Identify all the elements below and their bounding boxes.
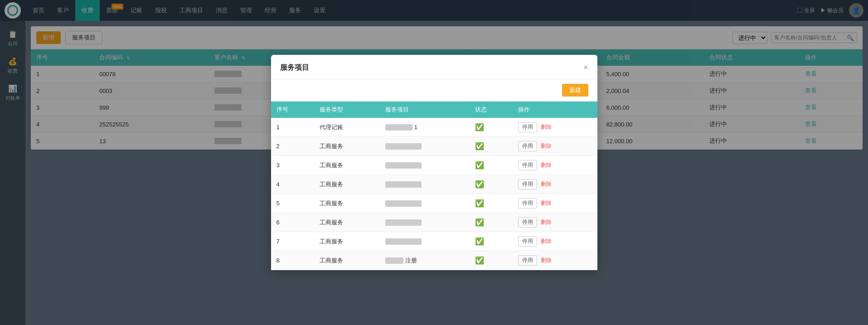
delete-button[interactable]: 删除 bbox=[541, 123, 552, 131]
modal-cell-action[interactable]: 停用 删除 bbox=[513, 118, 597, 137]
stop-button[interactable]: 停用 bbox=[518, 198, 537, 209]
delete-button[interactable]: 删除 bbox=[541, 142, 552, 150]
status-check-icon: ✅ bbox=[475, 238, 484, 245]
modal-cell-status: ✅ bbox=[470, 118, 513, 137]
stop-button[interactable]: 停用 bbox=[518, 217, 537, 228]
modal-cell-item bbox=[380, 194, 470, 213]
stop-button[interactable]: 停用 bbox=[518, 255, 537, 266]
modal-table-row: 5 工商服务 ✅ 停用 删除 bbox=[271, 194, 597, 213]
modal-cell-action[interactable]: 停用 删除 bbox=[513, 156, 597, 175]
modal-cell-seq: 4 bbox=[271, 175, 314, 194]
modal-cell-status: ✅ bbox=[470, 251, 513, 270]
modal-col-type: 服务类型 bbox=[314, 102, 380, 118]
modal-table-row: 2 工商服务 ✅ 停用 删除 bbox=[271, 137, 597, 156]
modal-cell-status: ✅ bbox=[470, 175, 513, 194]
stop-button[interactable]: 停用 bbox=[518, 141, 537, 151]
modal-cell-status: ✅ bbox=[470, 156, 513, 175]
stop-button[interactable]: 停用 bbox=[518, 160, 537, 170]
stop-button[interactable]: 停用 bbox=[518, 236, 537, 247]
delete-button[interactable]: 删除 bbox=[541, 257, 552, 264]
modal-cell-seq: 3 bbox=[271, 156, 314, 175]
modal-cell-type: 工商服务 bbox=[314, 156, 380, 175]
status-check-icon: ✅ bbox=[475, 180, 484, 188]
modal-col-seq: 序号 bbox=[271, 102, 314, 118]
modal-cell-status: ✅ bbox=[470, 213, 513, 232]
modal-cell-action[interactable]: 停用 删除 bbox=[513, 213, 597, 232]
stop-button[interactable]: 停用 bbox=[518, 122, 537, 132]
modal-toolbar: 新建 bbox=[271, 79, 597, 102]
delete-button[interactable]: 删除 bbox=[541, 199, 552, 207]
modal-cell-type: 工商服务 bbox=[314, 137, 380, 156]
modal-table-row: 8 工商服务 注册 ✅ 停用 删除 bbox=[271, 251, 597, 270]
delete-button[interactable]: 删除 bbox=[541, 238, 552, 245]
modal-cell-seq: 1 bbox=[271, 118, 314, 137]
modal-cell-seq: 7 bbox=[271, 232, 314, 251]
modal-table-body: 1 代理记账 1 ✅ 停用 删除 2 工商服务 ✅ 停用 删除 3 工商服务 ✅… bbox=[271, 118, 597, 270]
modal-cell-status: ✅ bbox=[470, 194, 513, 213]
modal-cell-type: 工商服务 bbox=[314, 175, 380, 194]
service-items-table: 序号 服务类型 服务项目 状态 操作 1 代理记账 1 ✅ 停用 删除 2 工商… bbox=[271, 102, 597, 270]
modal-cell-item: 1 bbox=[380, 118, 470, 137]
status-check-icon: ✅ bbox=[475, 199, 484, 207]
modal-new-button[interactable]: 新建 bbox=[562, 84, 588, 97]
modal-col-status: 状态 bbox=[470, 102, 513, 118]
modal-table-row: 1 代理记账 1 ✅ 停用 删除 bbox=[271, 118, 597, 137]
modal-close-button[interactable]: × bbox=[583, 63, 588, 73]
status-check-icon: ✅ bbox=[475, 257, 484, 264]
modal-cell-item bbox=[380, 175, 470, 194]
modal-header: 服务项目 × bbox=[271, 55, 597, 79]
modal-table-header: 序号 服务类型 服务项目 状态 操作 bbox=[271, 102, 597, 118]
modal-cell-seq: 8 bbox=[271, 251, 314, 270]
status-check-icon: ✅ bbox=[475, 218, 484, 226]
modal-col-action: 操作 bbox=[513, 102, 597, 118]
modal-cell-seq: 5 bbox=[271, 194, 314, 213]
modal-cell-item bbox=[380, 137, 470, 156]
delete-button[interactable]: 删除 bbox=[541, 161, 552, 169]
modal-cell-action[interactable]: 停用 删除 bbox=[513, 137, 597, 156]
modal-overlay[interactable]: 服务项目 × 新建 序号 服务类型 服务项目 状态 操作 1 bbox=[0, 0, 868, 325]
modal-cell-item: 注册 bbox=[380, 251, 470, 270]
modal-cell-item bbox=[380, 213, 470, 232]
modal-cell-action[interactable]: 停用 删除 bbox=[513, 251, 597, 270]
status-check-icon: ✅ bbox=[475, 123, 484, 131]
modal-table-row: 3 工商服务 ✅ 停用 删除 bbox=[271, 156, 597, 175]
modal-cell-type: 工商服务 bbox=[314, 251, 380, 270]
modal-col-item: 服务项目 bbox=[380, 102, 470, 118]
stop-button[interactable]: 停用 bbox=[518, 179, 537, 189]
modal-cell-status: ✅ bbox=[470, 232, 513, 251]
modal-cell-item bbox=[380, 156, 470, 175]
modal-cell-action[interactable]: 停用 删除 bbox=[513, 175, 597, 194]
delete-button[interactable]: 删除 bbox=[541, 218, 552, 226]
modal: 服务项目 × 新建 序号 服务类型 服务项目 状态 操作 1 bbox=[271, 55, 597, 270]
modal-cell-type: 工商服务 bbox=[314, 213, 380, 232]
modal-cell-type: 工商服务 bbox=[314, 194, 380, 213]
status-check-icon: ✅ bbox=[475, 161, 484, 169]
modal-title: 服务项目 bbox=[280, 63, 309, 73]
modal-table-row: 6 工商服务 ✅ 停用 删除 bbox=[271, 213, 597, 232]
modal-cell-item bbox=[380, 232, 470, 251]
delete-button[interactable]: 删除 bbox=[541, 180, 552, 188]
modal-cell-seq: 2 bbox=[271, 137, 314, 156]
modal-table-row: 4 工商服务 ✅ 停用 删除 bbox=[271, 175, 597, 194]
modal-cell-type: 工商服务 bbox=[314, 232, 380, 251]
modal-cell-action[interactable]: 停用 删除 bbox=[513, 232, 597, 251]
modal-cell-seq: 6 bbox=[271, 213, 314, 232]
modal-cell-action[interactable]: 停用 删除 bbox=[513, 194, 597, 213]
status-check-icon: ✅ bbox=[475, 142, 484, 150]
modal-cell-status: ✅ bbox=[470, 137, 513, 156]
modal-cell-type: 代理记账 bbox=[314, 118, 380, 137]
modal-table-row: 7 工商服务 ✅ 停用 删除 bbox=[271, 232, 597, 251]
modal-body: 序号 服务类型 服务项目 状态 操作 1 代理记账 1 ✅ 停用 删除 2 工商… bbox=[271, 102, 597, 270]
